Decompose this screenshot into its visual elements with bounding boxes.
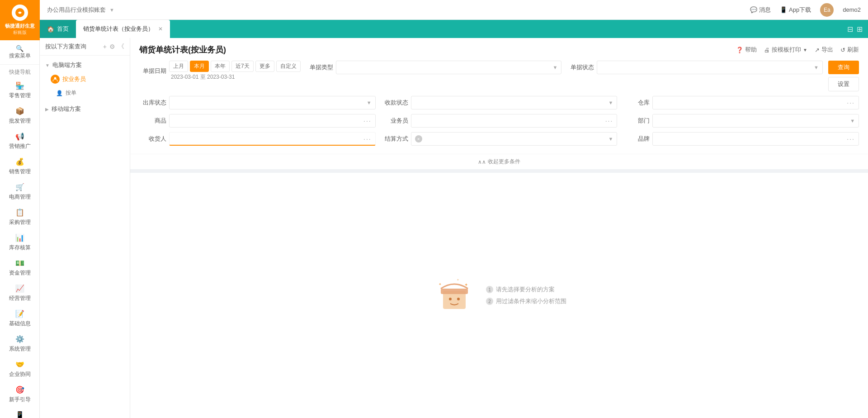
warehouse-select[interactable]: ···	[652, 96, 859, 109]
sidebar-item-wholesale[interactable]: 📦 批发管理	[0, 103, 39, 128]
tab-home[interactable]: 🏠 首页	[40, 20, 76, 38]
date-range-display: 2023-03-01 至 2023-03-31	[171, 73, 301, 81]
sidebar: 畅捷通好生意 标账版 🔍 搜索菜单 快捷导航 🏪 零售管理 📦 批发管理 📢 营…	[0, 0, 40, 418]
settings-btn[interactable]: 设置	[828, 77, 859, 91]
sidebar-item-basic[interactable]: 📝 基础信息	[0, 306, 39, 331]
sidebar-item-ecommerce[interactable]: 🛒 电商管理	[0, 179, 39, 204]
step2-num: 2	[486, 298, 493, 305]
payment-status-select[interactable]: ▼	[411, 96, 618, 109]
payment-status-label: 收款状态	[381, 99, 408, 107]
refresh-btn[interactable]: ↺ 刷新	[840, 46, 859, 54]
export-icon: ↗	[815, 47, 820, 53]
department-label: 部门	[623, 117, 650, 125]
brand-select[interactable]: ···	[652, 132, 859, 146]
help-btn[interactable]: ❓ 帮助	[736, 46, 757, 54]
marketing-icon: 📢	[15, 132, 24, 141]
purchase-label: 采购管理	[9, 218, 31, 226]
date-btn-more[interactable]: 更多	[255, 61, 274, 72]
sidebar-item-finance[interactable]: 💵 资金管理	[0, 255, 39, 280]
quick-nav-label: 快捷导航	[0, 68, 39, 76]
edit-scheme-btn[interactable]: ⚙	[109, 43, 115, 50]
date-label: 单据日期	[139, 67, 166, 75]
tab-close-btn[interactable]: ✕	[158, 26, 163, 32]
tab-maximize-icon[interactable]: ⊞	[857, 25, 863, 33]
quick-nav-btn[interactable]: 快捷导航	[0, 65, 39, 78]
department-arrow: ▼	[850, 118, 855, 124]
wholesale-icon: 📦	[15, 107, 24, 115]
appstore-icon: 📱	[15, 411, 24, 418]
product-select[interactable]: ···	[169, 114, 376, 128]
left-panel: 按以下方案查询 + ⚙ 《 ▼ 电脑端方案	[40, 38, 130, 418]
step1-num: 1	[486, 286, 493, 293]
ship-status-label: 出库状态	[139, 99, 166, 107]
content-area: 按以下方案查询 + ⚙ 《 ▼ 电脑端方案	[40, 38, 868, 418]
sidebar-item-system[interactable]: ⚙️ 系统管理	[0, 331, 39, 356]
payment-method-clear-btn[interactable]: ×	[415, 135, 422, 142]
sales-icon: 💰	[15, 157, 24, 166]
collapse-panel-btn[interactable]: 《	[118, 43, 124, 51]
sidebar-item-enterprise[interactable]: 🤝 企业协同	[0, 356, 39, 382]
search-menu-btn[interactable]: 🔍 搜索菜单	[0, 40, 39, 65]
department-select[interactable]: ▼	[652, 114, 859, 128]
pc-scheme-label: 电脑端方案	[52, 61, 82, 69]
mobile-scheme-group[interactable]: ▶ 移动端方案	[40, 102, 130, 116]
receiver-text-input[interactable]	[173, 135, 363, 142]
system-icon: ⚙️	[15, 335, 24, 343]
sidebar-item-sales[interactable]: 💰 销售管理	[0, 154, 39, 179]
basic-label: 基础信息	[9, 320, 31, 328]
current-account[interactable]: 办公用品行业模拟账套	[47, 6, 106, 14]
system-label: 系统管理	[9, 345, 31, 353]
doc-type-select[interactable]: ▼	[336, 61, 562, 74]
date-btn-this-year[interactable]: 本年	[211, 61, 230, 72]
warehouse-dots: ···	[847, 99, 855, 106]
sales-stat-tab-label: 销货单统计表（按业务员）	[83, 25, 154, 33]
receiver-input[interactable]: ···	[169, 132, 376, 146]
home-tab-label: 首页	[57, 25, 69, 33]
sidebar-item-inventory[interactable]: 📊 库存核算	[0, 230, 39, 255]
export-btn[interactable]: ↗ 导出	[815, 46, 833, 54]
sidebar-item-retail[interactable]: 🏪 零售管理	[0, 78, 39, 103]
collapse-label: 收起更多条件	[488, 158, 520, 166]
avatar-text: Ea	[824, 7, 830, 13]
svg-text:✦: ✦	[464, 282, 468, 287]
download-label: App下载	[789, 6, 811, 14]
message-icon: 💬	[750, 6, 757, 13]
tab-sales-stat[interactable]: 销货单统计表（按业务员） ✕	[76, 20, 170, 38]
print-btn[interactable]: 🖨 按模板打印 ▼	[764, 46, 807, 54]
salesperson-select[interactable]: ···	[411, 114, 618, 128]
sidebar-item-operations[interactable]: 📈 经营管理	[0, 280, 39, 306]
date-btn-custom[interactable]: 自定义	[276, 61, 301, 72]
account-dropdown-icon[interactable]: ▼	[109, 7, 114, 13]
top-header: 办公用品行业模拟账套 ▼ 💬 消息 📱 App下载 Ea demo2	[40, 0, 868, 20]
ship-status-select[interactable]: ▼	[169, 96, 376, 109]
collapse-btn[interactable]: ∧∧ 收起更多条件	[472, 157, 526, 166]
app-download-btn[interactable]: 📱 App下载	[780, 6, 811, 14]
date-btn-last-month[interactable]: 上月	[169, 61, 188, 72]
sidebar-item-marketing[interactable]: 📢 营销推广	[0, 128, 39, 154]
scheme-by-salesperson[interactable]: 按业务员	[40, 72, 130, 86]
date-btn-last-7[interactable]: 近7天	[231, 61, 254, 72]
payment-method-select[interactable]: × ▼	[411, 132, 618, 146]
svg-text:✦: ✦	[457, 278, 459, 281]
empty-content: ✦ ✦ ✦ 1 请先选择要分析的方案 2 用过滤条件来缩小分析范围	[432, 273, 566, 318]
add-scheme-btn[interactable]: +	[103, 43, 107, 50]
query-btn[interactable]: 查询	[828, 61, 859, 74]
app-logo[interactable]: 畅捷通好生意 标账版	[0, 0, 40, 40]
tab-minimize-icon[interactable]: ⊟	[847, 25, 853, 33]
doc-status-select[interactable]: ▼	[597, 61, 823, 74]
print-label: 按模板打印	[772, 46, 801, 54]
retail-icon: 🏪	[15, 81, 24, 90]
message-btn[interactable]: 💬 消息	[750, 6, 771, 14]
sidebar-item-appstore[interactable]: 📱 应用中心	[0, 407, 39, 418]
refresh-label: 刷新	[847, 46, 859, 54]
user-name[interactable]: demo2	[843, 6, 861, 13]
query-actions: 查询 设置	[828, 61, 859, 91]
svg-rect-3	[441, 289, 468, 294]
sidebar-item-newbie[interactable]: 🎯 新手引导	[0, 382, 39, 407]
pc-scheme-group-header[interactable]: ▼ 电脑端方案	[40, 58, 130, 72]
user-avatar[interactable]: Ea	[820, 3, 834, 17]
date-btn-this-month[interactable]: 本月	[190, 61, 209, 72]
finance-label: 资金管理	[9, 269, 31, 277]
scheme-by-order[interactable]: 👤 按单	[40, 86, 130, 100]
sidebar-item-purchase[interactable]: 📋 采购管理	[0, 204, 39, 230]
